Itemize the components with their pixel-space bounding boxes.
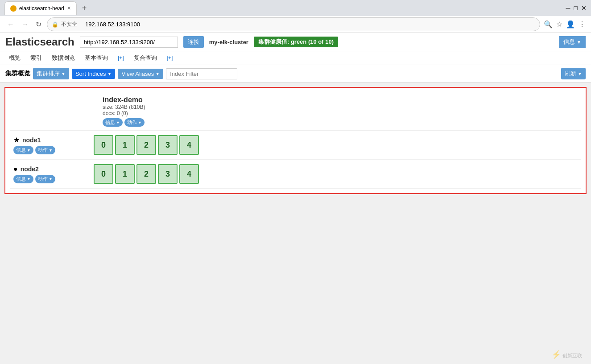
index-action-button[interactable]: 动作 ▼ bbox=[124, 118, 145, 127]
nav-tab-basic-query-add[interactable]: [+] bbox=[114, 54, 128, 62]
cluster-name: my-elk-cluster bbox=[209, 39, 248, 46]
nav-tab-data-browse[interactable]: 数据浏览 bbox=[48, 53, 79, 63]
node1-info: ★ node1 信息 ▼ 动作 ▼ bbox=[13, 136, 94, 154]
nav-tab-complex-query[interactable]: 复合查询 bbox=[130, 53, 161, 63]
new-tab-button[interactable]: + bbox=[79, 4, 91, 13]
app-info-button[interactable]: 信息 ▼ bbox=[559, 36, 586, 48]
index-docs: docs: 0 (0) bbox=[103, 110, 145, 116]
minimize-icon[interactable]: ─ bbox=[566, 4, 570, 12]
node2-shard-1[interactable]: 1 bbox=[115, 164, 135, 184]
node1-star-icon: ★ bbox=[13, 136, 20, 144]
sort-indices-caret-icon: ▼ bbox=[107, 71, 112, 76]
app-header: Elasticsearch 连接 my-elk-cluster 集群健康值: g… bbox=[0, 33, 591, 51]
index-info-button[interactable]: 信息 ▼ bbox=[103, 118, 123, 127]
cluster-sort-button[interactable]: 集群排序 ▼ bbox=[33, 68, 69, 79]
tab-title: elasticsearch-head bbox=[19, 5, 64, 12]
cluster-panel: index-demo size: 324B (810B) docs: 0 (0)… bbox=[4, 87, 587, 194]
restore-icon[interactable]: □ bbox=[574, 4, 578, 12]
sort-indices-label: Sort Indices bbox=[75, 70, 106, 77]
health-badge: 集群健康值: green (10 of 10) bbox=[254, 37, 338, 47]
node1-name: node1 bbox=[22, 136, 41, 144]
refresh-label: 刷新 bbox=[565, 70, 576, 78]
search-icon[interactable]: 🔍 bbox=[544, 20, 553, 29]
node1-shard-1[interactable]: 1 bbox=[115, 135, 135, 155]
node2-info-button[interactable]: 信息 ▼ bbox=[13, 175, 33, 183]
address-input[interactable] bbox=[80, 19, 535, 29]
node1-info-caret-icon: ▼ bbox=[27, 148, 31, 153]
view-aliases-button[interactable]: View Aliases ▼ bbox=[118, 69, 163, 79]
index-header: index-demo size: 324B (810B) docs: 0 (0)… bbox=[94, 96, 145, 127]
index-action-buttons: 信息 ▼ 动作 ▼ bbox=[103, 118, 145, 127]
index-info-caret-icon: ▼ bbox=[116, 120, 120, 125]
node1-action-label: 动作 bbox=[38, 147, 48, 153]
index-info-label: 信息 bbox=[105, 119, 115, 126]
node1-shards: 0 1 2 3 4 bbox=[94, 135, 199, 155]
close-icon[interactable]: ✕ bbox=[581, 4, 587, 12]
node1-row: ★ node1 信息 ▼ 动作 ▼ 0 bbox=[10, 131, 581, 160]
nav-tab-overview[interactable]: 概览 bbox=[5, 53, 24, 63]
node1-info-label: 信息 bbox=[16, 147, 26, 153]
not-secure-label: 不安全 bbox=[61, 21, 77, 28]
bookmark-icon[interactable]: ☆ bbox=[556, 20, 562, 29]
index-filter-input[interactable] bbox=[166, 68, 237, 79]
node1-info-button[interactable]: 信息 ▼ bbox=[13, 146, 33, 154]
node1-shard-4[interactable]: 4 bbox=[179, 135, 199, 155]
forward-button[interactable]: → bbox=[20, 20, 30, 29]
account-icon[interactable]: 👤 bbox=[566, 20, 575, 29]
refresh-caret-icon: ▼ bbox=[578, 71, 582, 76]
info-label: 信息 bbox=[563, 38, 575, 46]
node2-info: ● node2 信息 ▼ 动作 ▼ bbox=[13, 165, 94, 183]
app-title: Elasticsearch bbox=[5, 36, 74, 48]
cluster-sort-label: 集群排序 bbox=[37, 70, 60, 78]
sort-indices-button[interactable]: Sort Indices ▼ bbox=[72, 69, 116, 79]
tab-favicon bbox=[10, 5, 17, 12]
index-size: size: 324B (810B) bbox=[103, 104, 145, 110]
browser-tab[interactable]: elasticsearch-head ✕ bbox=[4, 1, 77, 15]
index-action-caret-icon: ▼ bbox=[138, 120, 142, 125]
index-action-label: 动作 bbox=[127, 119, 137, 126]
node1-shard-3[interactable]: 3 bbox=[158, 135, 178, 155]
node1-shard-2[interactable]: 2 bbox=[136, 135, 156, 155]
node2-shard-4[interactable]: 4 bbox=[179, 164, 199, 184]
view-aliases-label: View Aliases bbox=[121, 70, 154, 77]
node2-action-caret-icon: ▼ bbox=[49, 177, 53, 181]
node2-shard-3[interactable]: 3 bbox=[158, 164, 178, 184]
menu-icon[interactable]: ⋮ bbox=[579, 20, 586, 29]
view-aliases-caret-icon: ▼ bbox=[155, 71, 160, 76]
node2-info-label: 信息 bbox=[16, 176, 26, 182]
node2-action-label: 动作 bbox=[38, 176, 48, 182]
cluster-sort-caret-icon: ▼ bbox=[61, 71, 66, 76]
node2-circle-icon: ● bbox=[13, 165, 18, 173]
back-button[interactable]: ← bbox=[5, 20, 16, 29]
node2-shard-2[interactable]: 2 bbox=[136, 164, 156, 184]
toolbar: 集群概览 集群排序 ▼ Sort Indices ▼ View Aliases … bbox=[0, 65, 591, 83]
secure-icon: 🔒 bbox=[52, 21, 58, 28]
node2-action-button[interactable]: 动作 ▼ bbox=[35, 175, 55, 183]
node2-name: node2 bbox=[21, 165, 39, 173]
cluster-overview-label: 集群概览 bbox=[5, 70, 30, 78]
nav-tab-index[interactable]: 索引 bbox=[27, 53, 45, 63]
connect-url-input[interactable] bbox=[80, 37, 178, 48]
index-name: index-demo bbox=[103, 96, 145, 104]
connect-button[interactable]: 连接 bbox=[183, 36, 204, 48]
reload-button[interactable]: ↻ bbox=[34, 19, 43, 29]
nav-tabs: 概览 索引 数据浏览 基本查询 [+] 复合查询 [+] bbox=[0, 51, 591, 65]
node2-row: ● node2 信息 ▼ 动作 ▼ 0 bbox=[10, 160, 581, 189]
tab-close-icon[interactable]: ✕ bbox=[67, 5, 71, 11]
node1-shard-0[interactable]: 0 bbox=[94, 135, 113, 155]
node1-buttons: 信息 ▼ 动作 ▼ bbox=[13, 146, 55, 154]
node2-buttons: 信息 ▼ 动作 ▼ bbox=[13, 175, 55, 183]
info-caret-icon: ▼ bbox=[577, 40, 581, 45]
node2-info-caret-icon: ▼ bbox=[27, 177, 31, 181]
node1-action-button[interactable]: 动作 ▼ bbox=[35, 146, 55, 154]
nav-tab-complex-query-add[interactable]: [+] bbox=[163, 54, 177, 62]
node2-shards: 0 1 2 3 4 bbox=[94, 164, 199, 184]
node2-shard-0[interactable]: 0 bbox=[94, 164, 113, 184]
refresh-button[interactable]: 刷新 ▼ bbox=[561, 68, 586, 79]
node1-action-caret-icon: ▼ bbox=[49, 148, 53, 153]
nav-tab-basic-query[interactable]: 基本查询 bbox=[81, 53, 112, 63]
main-content: index-demo size: 324B (810B) docs: 0 (0)… bbox=[0, 83, 591, 261]
